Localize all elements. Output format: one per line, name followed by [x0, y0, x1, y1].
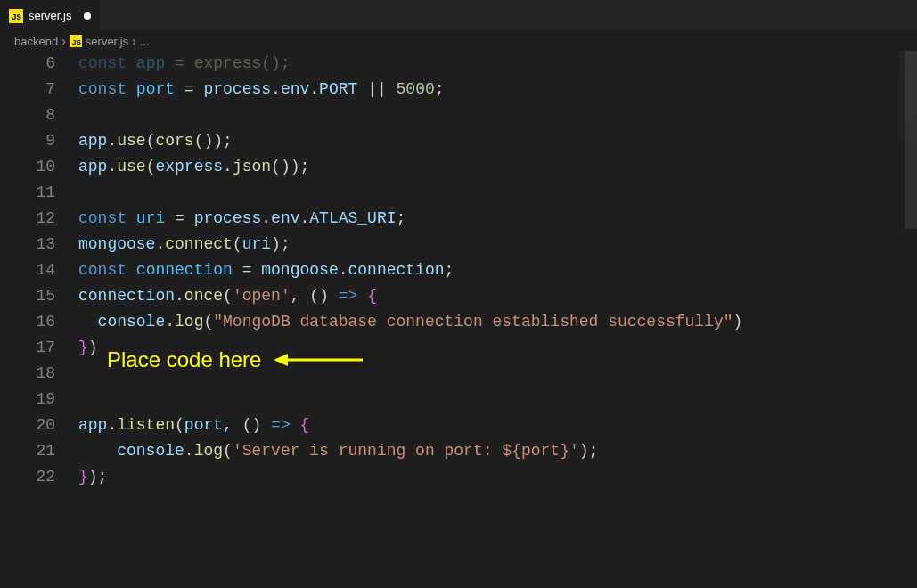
- javascript-file-icon: JS: [70, 35, 82, 47]
- breadcrumb: backend › JS server.js › ...: [0, 31, 917, 51]
- line-number-gutter: 6 7 8 9 10 11 12 13 14 15 16 17 18 19 20…: [0, 51, 78, 490]
- javascript-file-icon: JS: [9, 9, 23, 23]
- svg-marker-1: [274, 354, 288, 366]
- tab-server-js[interactable]: JS server.js: [0, 0, 101, 31]
- scrollbar-thumb[interactable]: [905, 51, 917, 229]
- tab-bar: JS server.js: [0, 0, 917, 31]
- breadcrumb-folder[interactable]: backend: [14, 35, 58, 48]
- code-content[interactable]: const app = express(); const port = proc…: [78, 51, 917, 490]
- unsaved-indicator-icon[interactable]: [84, 12, 91, 20]
- arrow-left-icon: [274, 351, 363, 369]
- chevron-right-icon: ›: [132, 34, 136, 48]
- breadcrumb-symbol[interactable]: ...: [140, 35, 150, 48]
- code-editor[interactable]: 6 7 8 9 10 11 12 13 14 15 16 17 18 19 20…: [0, 51, 917, 490]
- annotation-text: Place code here: [107, 347, 261, 372]
- tab-title: server.js: [29, 9, 71, 22]
- annotation-overlay: Place code here: [107, 347, 363, 372]
- vertical-scrollbar[interactable]: [905, 51, 917, 588]
- chevron-right-icon: ›: [61, 34, 66, 48]
- breadcrumb-filename[interactable]: server.js: [86, 35, 128, 48]
